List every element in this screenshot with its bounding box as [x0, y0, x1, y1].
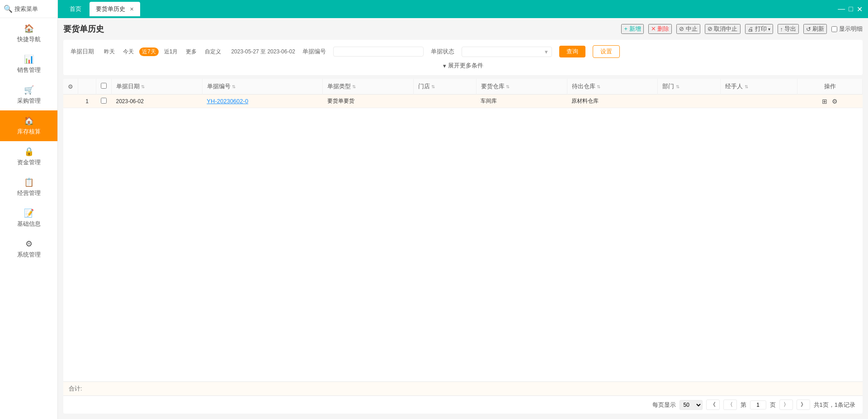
sidebar-item-quick-nav[interactable]: 🏠 快捷导航	[0, 18, 57, 49]
new-button[interactable]: + 新增	[621, 24, 643, 34]
sort-icon-store[interactable]: ⇅	[431, 84, 435, 89]
col-header-pending-warehouse: 待出仓库 ⇅	[567, 79, 658, 95]
date-btn-custom[interactable]: 自定义	[202, 48, 224, 56]
row-check[interactable]	[96, 95, 112, 108]
clipboard-icon: 📋	[24, 177, 34, 187]
date-btn-today[interactable]: 今天	[120, 48, 137, 56]
prev-page-btn[interactable]: 〈	[723, 400, 737, 410]
date-filter-buttons: 昨天 今天 近7天 近1月 更多 自定义	[101, 48, 224, 56]
home-icon: 🏠	[24, 24, 34, 33]
sidebar-item-label: 系统管理	[17, 251, 41, 259]
col-header-handler: 经手人 ⇅	[721, 79, 797, 95]
date-btn-7days[interactable]: 近7天	[139, 48, 159, 56]
page-number-input[interactable]	[750, 400, 766, 409]
maximize-btn[interactable]: □	[849, 5, 853, 13]
sidebar-item-label: 快捷导航	[17, 35, 41, 43]
cart-icon: 🛒	[24, 85, 34, 95]
bill-no-input[interactable]	[333, 47, 424, 57]
gear-icon: ⚙	[25, 239, 33, 249]
content-area: 要货单历史 + 新增 ✕ 删除 ⊘ 中止 ⊘ 取消中止 🖨 🖨 打印 打印 ▾ …	[58, 18, 868, 419]
sidebar-item-sales[interactable]: 📊 销售管理	[0, 49, 57, 80]
col-header-date: 单据日期 ⇅	[112, 79, 203, 95]
sidebar-item-label: 资金管理	[17, 158, 41, 167]
tab-home-label: 首页	[70, 5, 81, 13]
chart-icon: 📊	[24, 54, 34, 64]
date-btn-yesterday[interactable]: 昨天	[101, 48, 118, 56]
sort-icon-dept[interactable]: ⇅	[676, 84, 679, 89]
date-btn-more[interactable]: 更多	[183, 48, 199, 56]
row-num: 1	[78, 95, 96, 108]
query-button[interactable]: 查询	[559, 46, 585, 57]
col-header-req-warehouse: 要货仓库 ⇅	[476, 79, 567, 95]
per-page-select[interactable]: 50 100 200	[679, 400, 703, 410]
sort-icon-req-warehouse[interactable]: ⇅	[506, 84, 509, 89]
sidebar-item-basic[interactable]: 📝 基础信息	[0, 203, 57, 233]
select-all-checkbox[interactable]	[101, 83, 107, 89]
sidebar-item-label: 销售管理	[17, 66, 41, 74]
more-ops-icon[interactable]: ⚙	[832, 98, 838, 105]
col-header-check	[96, 79, 112, 95]
cancel-stop-button[interactable]: ⊘ 取消中止	[705, 24, 741, 34]
date-btn-1month[interactable]: 近1月	[161, 48, 181, 56]
stop-button[interactable]: ⊘ 中止	[676, 24, 700, 34]
sidebar-item-system[interactable]: ⚙ 系统管理	[0, 233, 57, 264]
sidebar-item-purchase[interactable]: 🛒 采购管理	[0, 80, 57, 110]
row-no[interactable]: YH-20230602-0	[202, 95, 322, 108]
refresh-button[interactable]: ↺ 刷新	[803, 24, 827, 34]
main-area: 首页 要货单历史 ✕ — □ ✕ 要货单历史 + 新增 ✕ 删除 ⊘ 中止 ⊘ …	[58, 0, 868, 419]
bill-status-label: 单据状态	[431, 48, 454, 56]
print-button[interactable]: 🖨 🖨 打印 打印 ▾	[745, 24, 773, 34]
print-icon: 🖨	[748, 26, 754, 33]
bill-status-select[interactable]: ▾	[462, 47, 552, 57]
expand-more-btn[interactable]: ▾ 展开更多条件	[71, 62, 855, 70]
export-button[interactable]: ↑ 导出	[778, 24, 799, 34]
close-btn[interactable]: ✕	[857, 5, 863, 14]
first-page-btn[interactable]: 《	[706, 400, 720, 410]
view-detail-icon[interactable]: ⊞	[822, 98, 827, 105]
minimize-btn[interactable]: —	[838, 5, 845, 13]
sort-icon-date[interactable]: ⇅	[141, 84, 145, 89]
sidebar-search[interactable]: 🔍 搜索菜单	[0, 0, 57, 18]
col-header-ops: 操作	[797, 79, 863, 95]
row-dept	[658, 95, 721, 108]
row-checkbox[interactable]	[101, 98, 107, 104]
data-table: ⚙ 单据日期 ⇅ 单据编号	[63, 79, 863, 108]
display-detail-label: 显示明细	[839, 25, 863, 33]
display-detail-toggle[interactable]: 显示明细	[831, 25, 863, 33]
bill-no-link[interactable]: YH-20230602-0	[207, 98, 248, 105]
footer-label: 合计:	[69, 385, 82, 392]
tab-close-icon[interactable]: ✕	[130, 6, 134, 12]
next-page-btn[interactable]: 〉	[779, 400, 793, 410]
row-pending-warehouse: 原材料仓库	[567, 95, 658, 108]
tab-requisition-history[interactable]: 要货单历史 ✕	[90, 2, 140, 16]
tab-home[interactable]: 首页	[63, 2, 88, 16]
row-ops: ⊞ ⚙	[797, 95, 863, 108]
sidebar-item-operations[interactable]: 📋 经营管理	[0, 172, 57, 203]
row-type: 要货单要货	[323, 95, 414, 108]
sort-icon-no[interactable]: ⇅	[232, 84, 236, 89]
lock-icon: 🔒	[24, 147, 34, 157]
inventory-icon: 🏠	[24, 116, 34, 126]
sort-icon-handler[interactable]: ⇅	[745, 84, 748, 89]
sort-icon-pending-warehouse[interactable]: ⇅	[597, 84, 600, 89]
row-date: 2023-06-02	[112, 95, 203, 108]
last-page-btn[interactable]: 》	[797, 400, 810, 410]
sidebar-item-inventory[interactable]: 🏠 库存核算	[0, 110, 57, 141]
sidebar-item-label: 经营管理	[17, 189, 41, 197]
page-end-label: 页	[770, 401, 776, 409]
sidebar-item-finance[interactable]: 🔒 资金管理	[0, 141, 57, 172]
display-detail-checkbox[interactable]	[831, 26, 837, 32]
settings-icon[interactable]: ⚙	[68, 83, 73, 90]
toolbar: + 新增 ✕ 删除 ⊘ 中止 ⊘ 取消中止 🖨 🖨 打印 打印 ▾ ↑ 导出 ↺…	[621, 24, 863, 34]
sidebar-search-label: 搜索菜单	[14, 5, 38, 13]
sidebar-item-label: 基础信息	[17, 220, 41, 228]
col-header-type: 单据类型 ⇅	[323, 79, 414, 95]
print-dropdown-icon[interactable]: ▾	[768, 27, 770, 32]
sort-icon-type[interactable]: ⇅	[352, 84, 356, 89]
chevron-down-icon: ▾	[545, 48, 548, 55]
total-records-label: 共1页，1条记录	[814, 401, 855, 409]
setting-button[interactable]: 设置	[593, 45, 620, 58]
table-wrapper: ⚙ 单据日期 ⇅ 单据编号	[63, 79, 863, 381]
page-header: 要货单历史 + 新增 ✕ 删除 ⊘ 中止 ⊘ 取消中止 🖨 🖨 打印 打印 ▾ …	[63, 24, 863, 34]
delete-button[interactable]: ✕ 删除	[648, 24, 672, 34]
